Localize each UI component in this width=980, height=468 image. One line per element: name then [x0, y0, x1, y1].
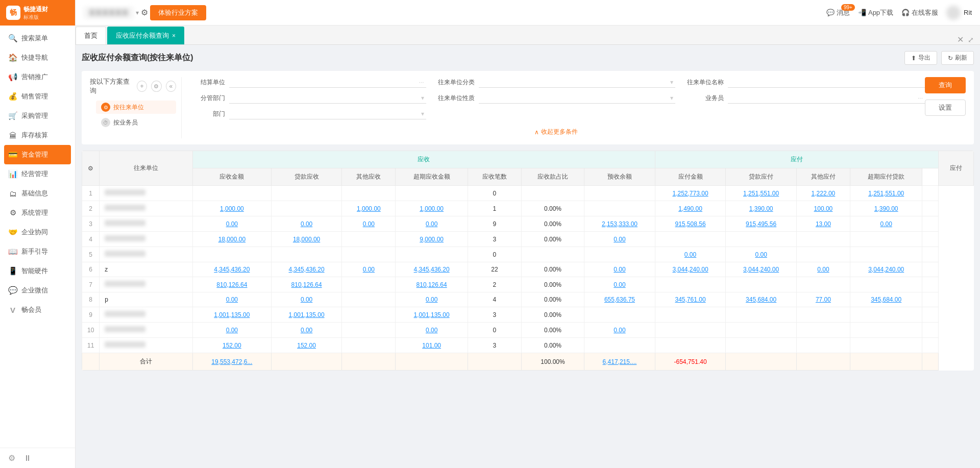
- sidebar-item-system[interactable]: ⚙ 系统管理: [0, 203, 75, 223]
- window-close-icon[interactable]: ✕: [957, 35, 964, 44]
- system-icon: ⚙: [8, 208, 17, 217]
- setting-button[interactable]: 设置: [925, 100, 966, 116]
- filter-partner-cat-wrap: ▾: [479, 77, 676, 88]
- row-ap-x: [922, 201, 939, 216]
- scheme-salesman-label: 按业务员: [113, 118, 138, 127]
- row-ap-amount: [655, 307, 726, 323]
- table-row: 30.000.000.000.0090.00%2,153,333.00915,5…: [82, 216, 974, 232]
- row-loan-ap: [726, 323, 797, 338]
- row-overdue-ar: 9,000.00: [396, 232, 468, 247]
- col-overdue-ar: 超期应收金额: [396, 168, 468, 186]
- sidebar-item-label: 库存核算: [21, 131, 48, 140]
- filter-salesman-input[interactable]: [730, 94, 918, 102]
- tab-close-icon[interactable]: ×: [172, 32, 176, 39]
- sidebar-item-guide[interactable]: 📖 新手引导: [0, 242, 75, 261]
- row-prepay: [584, 307, 655, 323]
- row-loan-ap: 1,390.00: [726, 201, 797, 216]
- row-ar-amount: 0.00: [192, 216, 271, 232]
- sidebar-item-sales[interactable]: 💰 销售管理: [0, 87, 75, 106]
- sidebar-item-operations[interactable]: 📊 经营管理: [0, 164, 75, 184]
- sidebar-item-inventory[interactable]: 🏛 库存核算: [0, 126, 75, 145]
- row-ar-ratio: 0.00%: [521, 307, 584, 323]
- filter-settlement-input-wrap: ···: [229, 77, 426, 88]
- row-loan-ar: [271, 247, 342, 262]
- row-loan-ap: [726, 277, 797, 292]
- tab-ar-ap-query[interactable]: 应收应付余额查询 ×: [107, 27, 184, 44]
- sidebar-item-marketing[interactable]: 📢 营销推广: [0, 67, 75, 87]
- row-overdue-ar: 1,000.00: [396, 201, 468, 216]
- refresh-button[interactable]: ↻ 刷新: [941, 51, 974, 65]
- sidebar-item-member[interactable]: V 畅会员: [0, 300, 75, 319]
- window-maximize-icon[interactable]: ⤢: [968, 36, 974, 44]
- sidebar-item-label: 新手引导: [21, 247, 48, 256]
- filter-manage-dept-label: 分管部门: [187, 94, 225, 103]
- sidebar-item-wechat[interactable]: 💬 企业微信: [0, 281, 75, 300]
- row-prepay: [584, 338, 655, 353]
- row-other-ap: [796, 323, 850, 338]
- sidebar-item-label: 经营管理: [21, 169, 48, 179]
- filter-salesman: 业务员 ···: [685, 93, 925, 104]
- scheme-by-salesman[interactable]: ⏱ 按业务员: [96, 116, 176, 129]
- avatar: [946, 6, 961, 20]
- filter-dept-input[interactable]: [231, 110, 421, 117]
- row-other-ap: 13.00: [796, 216, 850, 232]
- col-ar-amount: 应收金额: [192, 168, 271, 186]
- footer-overdue-ar: [396, 353, 468, 371]
- filter-add-button[interactable]: +: [137, 81, 147, 92]
- table-settings-col[interactable]: ⚙: [82, 151, 100, 186]
- filter-salesman-label: 业务员: [685, 94, 724, 103]
- row-loan-ar: [271, 201, 342, 216]
- row-overdue-ap: [850, 277, 922, 292]
- app-download-button[interactable]: 📲 App下载: [858, 8, 893, 17]
- table-container[interactable]: ⚙ 往来单位 应收 应付 应付 应收金额 贷款应收 其他应收 超期应收金额 应收…: [82, 151, 974, 371]
- row-overdue-ar: 1,001,135.00: [396, 307, 468, 323]
- footer-other-ap: [796, 353, 850, 371]
- filter-settlement-label: 结算单位: [187, 78, 225, 87]
- sidebar-item-purchase[interactable]: 🛒 采购管理: [0, 106, 75, 126]
- filter-fields-panel: 结算单位 ··· 往来单位分类 ▾: [182, 77, 925, 138]
- row-num: 9: [82, 307, 100, 323]
- row-ar-ratio: 0.00%: [521, 338, 584, 353]
- settings-footer-icon[interactable]: ⚙: [8, 453, 15, 463]
- online-service-button[interactable]: 🎧 在线客服: [901, 8, 938, 17]
- basic-info-icon: 🗂: [8, 189, 17, 198]
- tab-home[interactable]: 首页: [76, 27, 106, 44]
- row-ar-ratio: [521, 186, 584, 201]
- promotion-button[interactable]: 体验行业方案: [150, 5, 206, 20]
- row-other-ap: 100.00: [796, 201, 850, 216]
- filter-scheme-panel: 按以下方案查询 + ⚙ « ⚙ 按往来单位 ⏱ 按业务员: [90, 77, 182, 138]
- sidebar-item-label: 搜索菜单: [21, 34, 48, 43]
- sidebar-item-quick-nav[interactable]: 🏠 快捷导航: [0, 48, 75, 67]
- tab-window-controls: ✕ ⤢: [957, 35, 980, 44]
- table-col-header-row: 应收金额 贷款应收 其他应收 超期应收金额 应收笔数 应收款占比 预收余额 应付…: [82, 168, 974, 186]
- user-area: Rit: [946, 6, 972, 20]
- sidebar-item-label: 资金管理: [21, 150, 48, 159]
- message-button[interactable]: 💬 消息 99+: [826, 8, 850, 17]
- filter-settlement-input[interactable]: [231, 79, 419, 86]
- filter-partner-type-input[interactable]: [481, 94, 671, 102]
- topbar-gear-icon[interactable]: ⚙: [141, 8, 148, 17]
- data-table: ⚙ 往来单位 应收 应付 应付 应收金额 贷款应收 其他应收 超期应收金额 应收…: [82, 151, 974, 371]
- filter-settings-icon[interactable]: ⚙: [151, 81, 161, 92]
- filter-collapse-icon[interactable]: «: [166, 81, 176, 92]
- filter-partner-name-input[interactable]: [730, 79, 923, 86]
- scheme-by-partner[interactable]: ⚙ 按往来单位: [96, 101, 176, 114]
- sidebar-item-smart-hw[interactable]: 📱 智能硬件: [0, 261, 75, 281]
- export-button[interactable]: ⬆ 导出: [904, 51, 937, 65]
- export-icon: ⬆: [911, 55, 916, 62]
- sidebar-item-finance[interactable]: 💳 资金管理: [4, 145, 71, 164]
- row-partner: [100, 232, 193, 247]
- collapse-more-button[interactable]: ∧ 收起更多条件: [534, 124, 578, 138]
- row-ap-x: [922, 292, 939, 307]
- row-prepay: 0.00: [584, 232, 655, 247]
- marketing-icon: 📢: [8, 72, 17, 82]
- collapse-footer-icon[interactable]: ⏸: [23, 454, 32, 463]
- filter-manage-dept-input[interactable]: [231, 94, 421, 102]
- filter-partner-category: 往来单位分类 ▾: [436, 77, 676, 88]
- sidebar-item-enterprise[interactable]: 🤝 企业协同: [0, 223, 75, 242]
- sidebar-item-basic-info[interactable]: 🗂 基础信息: [0, 184, 75, 203]
- query-button[interactable]: 查询: [925, 77, 966, 93]
- filter-partner-cat-input[interactable]: [481, 79, 671, 86]
- row-ar-amount: 0.00: [192, 292, 271, 307]
- sidebar-item-search-menu[interactable]: 🔍 搜索菜单: [0, 29, 75, 48]
